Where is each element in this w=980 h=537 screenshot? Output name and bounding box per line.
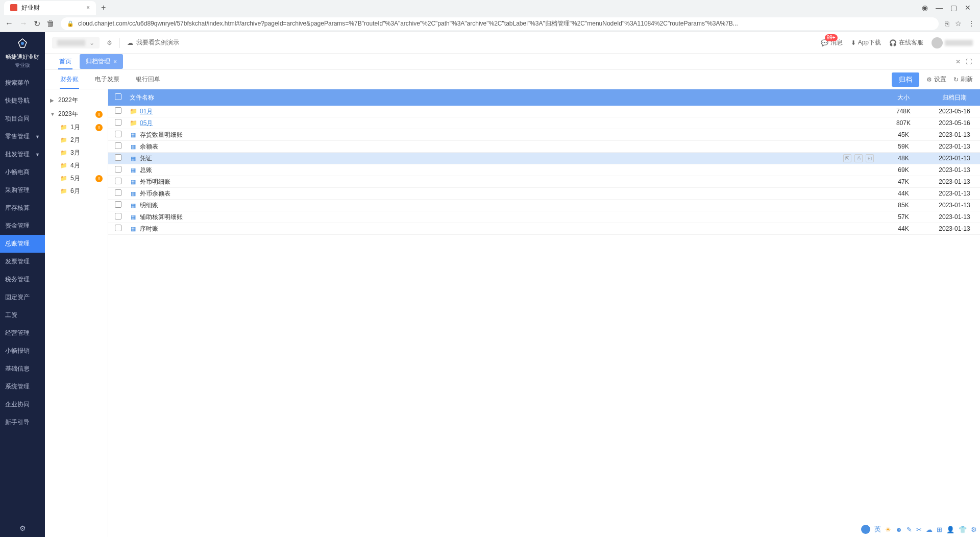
- sidebar-item[interactable]: 小畅报销: [0, 342, 45, 360]
- fullscreen-icon[interactable]: ⛶: [966, 58, 972, 65]
- tree-month[interactable]: 📁6月: [60, 185, 108, 198]
- row-checkbox[interactable]: [115, 131, 121, 137]
- table-row[interactable]: ▦余额表59K2023-01-13: [108, 141, 980, 153]
- sidebar-settings-icon[interactable]: ⚙: [0, 519, 45, 537]
- gear-icon[interactable]: ⚙: [107, 39, 112, 46]
- ime-lang[interactable]: 英: [874, 525, 881, 534]
- reload-icon[interactable]: ↻: [34, 19, 40, 29]
- sidebar-item[interactable]: 工资: [0, 306, 45, 324]
- row-checkbox[interactable]: [115, 189, 121, 196]
- tree-month[interactable]: 📁3月: [60, 147, 108, 159]
- tree-month[interactable]: 📁4月: [60, 159, 108, 172]
- table-row[interactable]: ▦辅助核算明细账57K2023-01-13: [108, 211, 980, 223]
- table-row[interactable]: 📁05月807K2023-05-16: [108, 117, 980, 129]
- tree-year-2022[interactable]: ▶ 2022年: [45, 93, 108, 107]
- sidebar-item[interactable]: 库存核算: [0, 199, 45, 217]
- sidebar-item[interactable]: 小畅电商: [0, 163, 45, 181]
- table-row[interactable]: 📁01月748K2023-05-16: [108, 106, 980, 117]
- sidebar-item[interactable]: 企业协同: [0, 396, 45, 413]
- view-icon[interactable]: ◰: [866, 154, 874, 162]
- file-name-link[interactable]: 05月: [140, 119, 153, 128]
- demo-link[interactable]: ☁ 我要看实例演示: [127, 38, 179, 47]
- ime-icon[interactable]: ☀: [885, 526, 891, 533]
- row-checkbox[interactable]: [115, 107, 121, 114]
- ime-icon[interactable]: 👕: [959, 526, 967, 533]
- table-row[interactable]: ▦总账69K2023-01-13: [108, 164, 980, 176]
- export-icon[interactable]: ⇱: [843, 154, 851, 162]
- table-row[interactable]: ▦序时账44K2023-01-13: [108, 223, 980, 235]
- settings-link[interactable]: ⚙设置: [926, 75, 946, 84]
- tree-month[interactable]: 📁1月!: [60, 121, 108, 134]
- close-all-icon[interactable]: ✕: [955, 58, 961, 65]
- table-row[interactable]: ▦外币余额表44K2023-01-13: [108, 188, 980, 200]
- sidebar-item[interactable]: 总账管理: [0, 235, 45, 253]
- sidebar-item[interactable]: 采购管理: [0, 181, 45, 199]
- row-checkbox[interactable]: [115, 166, 121, 173]
- new-tab-button[interactable]: +: [101, 3, 106, 12]
- url-field[interactable]: 🔒 cloud.chanjet.com/cc/u6d89qwnryel/57bf…: [61, 17, 939, 30]
- sidebar-item[interactable]: 系统管理: [0, 378, 45, 396]
- sidebar-item[interactable]: 搜索菜单: [0, 74, 45, 92]
- select-all-checkbox[interactable]: [115, 93, 121, 100]
- archive-button[interactable]: 归档: [892, 72, 919, 87]
- download-button[interactable]: ⬇ App下载: [851, 38, 881, 47]
- tab-close-icon[interactable]: ×: [86, 4, 90, 11]
- row-checkbox[interactable]: [115, 213, 121, 219]
- sidebar-item[interactable]: 发票管理: [0, 253, 45, 271]
- ime-icon[interactable]: ⊞: [937, 526, 942, 533]
- table-row[interactable]: ▦凭证⇱⎙◰48K2023-01-13: [108, 153, 980, 164]
- row-checkbox[interactable]: [115, 142, 121, 149]
- tab-archive[interactable]: 归档管理 ×: [80, 54, 123, 69]
- ime-icon[interactable]: ☻: [895, 526, 902, 533]
- sidebar-item[interactable]: 批发管理▼: [0, 145, 45, 163]
- close-window-icon[interactable]: ✕: [965, 4, 971, 12]
- forward-icon[interactable]: →: [19, 19, 28, 28]
- table-row[interactable]: ▦明细账85K2023-01-13: [108, 200, 980, 211]
- refresh-link[interactable]: ↻刷新: [953, 75, 973, 84]
- sidebar-item[interactable]: 税务管理: [0, 271, 45, 288]
- tab-home[interactable]: 首页: [53, 54, 78, 69]
- tree-month[interactable]: 📁5月!: [60, 172, 108, 185]
- row-checkbox[interactable]: [115, 178, 121, 184]
- sidebar-item[interactable]: 固定资产: [0, 288, 45, 306]
- ime-icon[interactable]: 👤: [946, 526, 954, 533]
- delete-icon[interactable]: 🗑: [46, 19, 55, 28]
- incognito-icon[interactable]: ◉: [922, 4, 928, 12]
- pdf-icon[interactable]: ⎙: [854, 154, 863, 162]
- star-icon[interactable]: ☆: [955, 19, 962, 28]
- minimize-icon[interactable]: —: [936, 4, 943, 12]
- row-checkbox[interactable]: [115, 201, 121, 208]
- subtab-invoice[interactable]: 电子发票: [87, 70, 128, 89]
- menu-icon[interactable]: ⋮: [968, 19, 975, 28]
- tab-close-icon[interactable]: ×: [113, 58, 117, 65]
- tree-year-2023[interactable]: ▼ 2023年 !: [45, 107, 108, 121]
- sidebar-item[interactable]: 经营管理: [0, 324, 45, 342]
- maximize-icon[interactable]: ▢: [950, 4, 957, 12]
- tree-month[interactable]: 📁2月: [60, 134, 108, 147]
- sidebar-item[interactable]: 基础信息: [0, 360, 45, 378]
- account-selector[interactable]: ⌄: [52, 37, 100, 48]
- file-name-link[interactable]: 01月: [140, 107, 153, 116]
- ime-logo-icon[interactable]: 王: [861, 525, 870, 534]
- ime-icon[interactable]: ⚙: [971, 526, 977, 533]
- ime-icon[interactable]: ✎: [906, 526, 912, 533]
- subtab-bank[interactable]: 银行回单: [128, 70, 168, 89]
- install-icon[interactable]: ⎘: [945, 19, 949, 28]
- sidebar-item[interactable]: 快捷导航: [0, 92, 45, 110]
- browser-tab[interactable]: 好业财 ×: [4, 1, 96, 15]
- subtab-finance[interactable]: 财务账: [52, 70, 87, 89]
- service-button[interactable]: 🎧 在线客服: [889, 38, 923, 47]
- row-checkbox[interactable]: [115, 225, 121, 231]
- sidebar-item[interactable]: 新手引导: [0, 413, 45, 431]
- row-checkbox[interactable]: [115, 154, 121, 161]
- ime-icon[interactable]: ✂: [916, 526, 922, 533]
- user-menu[interactable]: [932, 37, 973, 48]
- sidebar-item[interactable]: 项目合同: [0, 110, 45, 128]
- sidebar-item[interactable]: 零售管理▼: [0, 128, 45, 145]
- table-row[interactable]: ▦外币明细账47K2023-01-13: [108, 176, 980, 188]
- sidebar-item[interactable]: 资金管理: [0, 217, 45, 235]
- back-icon[interactable]: ←: [5, 19, 13, 28]
- row-checkbox[interactable]: [115, 119, 121, 126]
- messages-button[interactable]: 99+ 💬 消息: [821, 38, 843, 47]
- ime-icon[interactable]: ☁: [926, 526, 933, 533]
